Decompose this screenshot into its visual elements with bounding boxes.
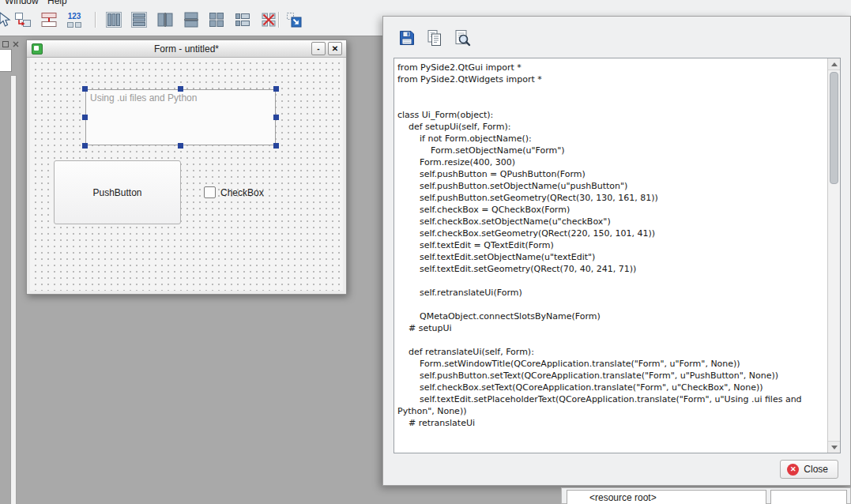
edit-widgets-button[interactable] — [0, 9, 13, 31]
checkbox-label: CheckBox — [220, 187, 264, 198]
adjust-size-button[interactable] — [284, 9, 304, 31]
textedit-widget[interactable]: Using .ui files and Python — [85, 89, 276, 145]
minimize-button[interactable]: - — [311, 42, 326, 55]
save-code-button[interactable] — [396, 27, 418, 49]
code-view-frame: from PySide2.QtGui import * from PySide2… — [393, 58, 841, 453]
view-code-dialog: from PySide2.QtGui import * from PySide2… — [382, 16, 851, 486]
textedit-placeholder: Using .ui files and Python — [90, 92, 197, 103]
find-button[interactable] — [451, 27, 473, 49]
arrow-up-icon — [831, 62, 838, 66]
pointer-icon — [0, 11, 12, 28]
selection-handle-middle-right[interactable] — [273, 115, 279, 120]
code-text[interactable]: from PySide2.QtGui import * from PySide2… — [397, 62, 826, 449]
layout-horizontal-button[interactable] — [104, 9, 124, 31]
menu-window[interactable]: Window — [5, 0, 39, 6]
layout-vertical-icon — [130, 11, 148, 28]
window-close-button[interactable]: ✕ — [328, 42, 342, 55]
dock-close-button[interactable] — [12, 37, 20, 51]
layout-horizontal-icon — [105, 11, 122, 28]
edit-signals-slots-button[interactable] — [13, 9, 33, 31]
resource-tree[interactable]: <resource root> — [567, 490, 766, 504]
signals-slots-icon — [14, 11, 32, 28]
magnifier-icon — [453, 28, 472, 47]
minimize-glyph: - — [317, 44, 319, 53]
form-layout-icon — [234, 11, 251, 28]
selection-handle-middle-left[interactable] — [82, 115, 88, 120]
form-designer-window: Form - untitled* - ✕ Using .ui files and… — [26, 39, 347, 295]
split-horizontal-button[interactable] — [155, 9, 175, 31]
copy-code-button[interactable] — [424, 27, 446, 49]
layout-grid-button[interactable] — [206, 9, 227, 31]
break-layout-icon — [260, 11, 277, 28]
selection-handle-bottom-right[interactable] — [273, 143, 279, 149]
tab-order-digits: 123 — [68, 13, 81, 21]
left-panel-edge — [10, 75, 17, 504]
scroll-down-button[interactable] — [828, 441, 840, 453]
save-icon — [397, 28, 416, 47]
code-dialog-toolbar — [396, 27, 473, 49]
split-vertical-icon — [183, 11, 200, 28]
menubar: Window Help — [0, 0, 253, 8]
scroll-up-button[interactable] — [828, 58, 840, 70]
float-icon — [2, 40, 9, 48]
selection-handle-bottom-middle[interactable] — [178, 143, 183, 149]
dialog-close-button[interactable]: ✕ Close — [780, 460, 838, 479]
resource-side-panel — [770, 490, 847, 504]
toolbar-separator — [278, 12, 280, 28]
qt-designer-window: Window Help 123 — [0, 0, 851, 504]
selection-handle-top-right[interactable] — [273, 86, 279, 92]
close-x-icon — [12, 40, 20, 48]
split-horizontal-icon — [156, 11, 174, 28]
buddy-editor-icon — [40, 11, 58, 28]
close-button-label: Close — [804, 464, 828, 475]
form-window-titlebar[interactable]: Form - untitled* - ✕ — [27, 40, 346, 58]
scrollbar-thumb[interactable] — [830, 72, 838, 184]
resource-browser-panel: <resource root> — [561, 487, 851, 504]
selection-handle-bottom-left[interactable] — [82, 143, 88, 149]
edit-tab-order-button[interactable]: 123 — [64, 9, 85, 31]
selection-handle-top-middle[interactable] — [178, 86, 183, 92]
form-canvas[interactable]: Using .ui files and Python PushButton Ch… — [30, 58, 343, 291]
selection-handle-top-left[interactable] — [82, 86, 88, 92]
pushbutton-widget[interactable]: PushButton — [54, 160, 181, 224]
split-vertical-button[interactable] — [181, 9, 201, 31]
form-window-title: Form - untitled* — [27, 43, 346, 55]
break-layout-button[interactable] — [258, 9, 279, 31]
menu-help[interactable]: Help — [47, 0, 67, 6]
tab-order-icon: 123 — [67, 13, 81, 28]
copy-icon — [425, 28, 444, 47]
resource-root-item[interactable]: <resource root> — [589, 492, 657, 503]
vertical-scrollbar[interactable] — [827, 58, 840, 453]
grid-layout-icon — [208, 11, 225, 28]
layout-vertical-button[interactable] — [129, 9, 149, 31]
arrow-down-icon — [831, 446, 838, 449]
widgetbox-filter-fragment[interactable] — [0, 49, 12, 72]
edit-buddies-button[interactable] — [39, 9, 59, 31]
adjust-size-icon — [285, 11, 303, 28]
close-circle-glyph: ✕ — [790, 466, 796, 473]
pushbutton-label: PushButton — [92, 187, 141, 198]
close-circle-icon: ✕ — [787, 464, 799, 476]
toolbar-separator — [95, 12, 96, 28]
checkbox-widget[interactable]: CheckBox — [204, 176, 284, 209]
checkbox-indicator[interactable] — [204, 186, 216, 198]
layout-form-button[interactable] — [232, 9, 253, 31]
close-glyph: ✕ — [332, 44, 338, 53]
